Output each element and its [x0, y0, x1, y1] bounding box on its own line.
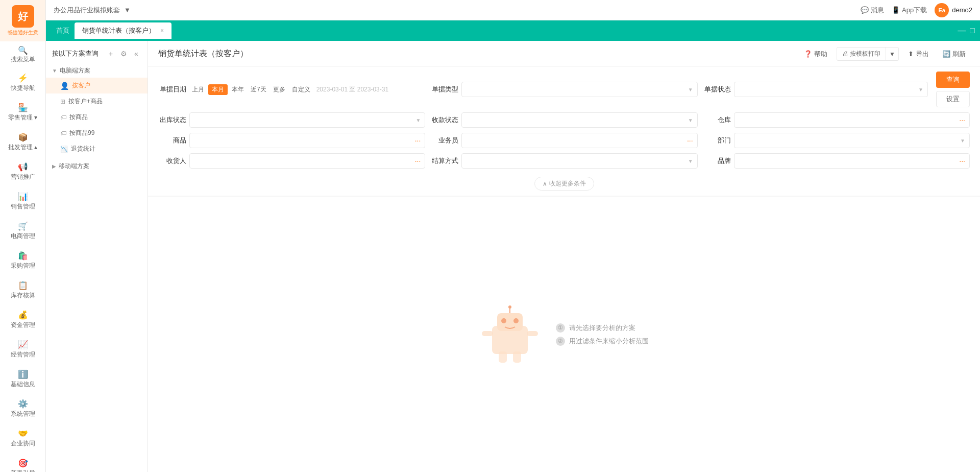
scheme-mobile-group-header[interactable]: ▶ 移动端方案 — [46, 159, 148, 173]
shortcut-this-month[interactable]: 本月 — [208, 84, 228, 95]
order-status-label: 单据状态 — [703, 85, 731, 94]
sidebar-item-marketing-label: 营销推广 — [3, 173, 43, 181]
tip-text-2: 用过滤条件来缩小分析范围 — [569, 337, 649, 346]
shortcut-more[interactable]: 更多 — [271, 84, 288, 95]
svg-rect-8 — [499, 351, 507, 363]
sidebar-item-purchase-label: 采购管理 — [3, 262, 43, 270]
sidebar-item-operations[interactable]: 📈 经营管理 — [0, 335, 45, 364]
tip-num-1: ① — [556, 323, 565, 333]
app-download-button[interactable]: 📱 App下载 — [892, 6, 927, 15]
scheme-add-button[interactable]: + — [106, 49, 116, 59]
scheme-settings-button[interactable]: ⚙ — [118, 49, 129, 59]
tab-home[interactable]: 首页 — [51, 26, 75, 35]
sidebar-item-sales-label: 销售管理 — [3, 202, 43, 211]
scheme-item-return[interactable]: 📉 退货统计 — [46, 141, 148, 157]
refresh-button[interactable]: 🔄 刷新 — [938, 48, 970, 61]
sidebar-item-sales[interactable]: 📊 销售管理 — [0, 186, 45, 216]
order-status-select[interactable]: ▼ — [734, 82, 928, 97]
empty-tip-1: ① 请先选择要分析的方案 — [556, 323, 649, 333]
dept-select[interactable]: ▼ — [734, 133, 970, 148]
scheme-collapse-button[interactable]: « — [131, 49, 141, 59]
shortcut-7days[interactable]: 近7天 — [248, 84, 269, 95]
sidebar-search[interactable]: 🔍 搜索菜单 — [0, 41, 45, 68]
print-button[interactable]: 🖨 按模板打印 — [837, 48, 886, 60]
scheme-desktop-group-header[interactable]: ▼ 电脑端方案 — [46, 64, 148, 78]
filter-goods-cell: 商品 ··· — [158, 133, 425, 148]
scheme-item-return-label: 退货统计 — [71, 145, 95, 153]
goods99-icon: 🏷 — [60, 130, 66, 137]
date-shortcuts-group: 上月 本月 本年 近7天 更多 自定义 2023-03-01 至 2023-03… — [189, 84, 388, 95]
sidebar-item-inventory-label: 库存核算 — [3, 291, 43, 300]
sidebar-item-marketing[interactable]: 📢 营销推广 — [0, 157, 45, 186]
svg-rect-9 — [513, 351, 521, 363]
filter-row-2: 出库状态 ▼ 收款状态 ▼ 仓库 — [158, 112, 970, 128]
order-type-label: 单据类型 — [430, 85, 458, 94]
query-button[interactable]: 查询 — [936, 72, 970, 88]
settlement-chevron: ▼ — [688, 158, 693, 164]
sidebar-item-finance[interactable]: 💰 资金管理 — [0, 305, 45, 335]
scheme-mobile-label: 移动端方案 — [59, 162, 89, 171]
sidebar-item-base[interactable]: ℹ️ 基础信息 — [0, 364, 45, 394]
filter-order-status-cell: 单据状态 ▼ 查询 设置 — [703, 72, 970, 107]
tab-close-icon[interactable]: × — [160, 27, 164, 34]
tab-active[interactable]: 销货单统计表（按客户） × — [75, 22, 172, 39]
sidebar-quick-nav[interactable]: ⚡ 快捷导航 — [0, 68, 45, 98]
export-button[interactable]: ⬆ 导出 — [904, 48, 933, 61]
shortcut-custom[interactable]: 自定义 — [289, 84, 313, 95]
brand-select[interactable]: ··· — [734, 153, 970, 169]
goods-label: 商品 — [158, 136, 186, 145]
sidebar-item-system[interactable]: ⚙️ 系统管理 — [0, 394, 45, 423]
filter-brand-cell: 品牌 ··· — [703, 153, 970, 169]
scheme-item-customer-goods-label: 按客户+商品 — [68, 97, 103, 106]
message-button[interactable]: 💬 消息 — [861, 6, 884, 15]
goods-select[interactable]: ··· — [189, 133, 425, 148]
tab-maximize-icon[interactable]: □ — [970, 26, 975, 35]
warehouse-select[interactable]: ··· — [734, 112, 970, 128]
shortcut-last-month[interactable]: 上月 — [189, 84, 207, 95]
print-dropdown-button[interactable]: ▼ — [886, 49, 898, 60]
sidebar-item-retail[interactable]: 🏪 零售管理 ▾ — [0, 98, 45, 127]
user-area[interactable]: Ea demo2 — [935, 3, 972, 17]
filter-dept-cell: 部门 ▼ — [703, 133, 970, 148]
header-left: 办公用品行业模拟账套 ▼ — [54, 6, 131, 15]
salesman-select[interactable]: ··· — [461, 133, 697, 148]
order-type-select[interactable]: ▼ — [461, 82, 697, 97]
message-icon: 💬 — [861, 6, 869, 14]
filter-row-1: 单据日期 上月 本月 本年 近7天 更多 自定义 2023-03-01 至 20… — [158, 72, 970, 107]
avatar: Ea — [935, 3, 949, 17]
scheme-item-goods99[interactable]: 🏷 按商品99 — [46, 125, 148, 141]
receiver-dots: ··· — [415, 157, 421, 165]
scheme-item-goods[interactable]: 🏷 按商品 — [46, 109, 148, 125]
sidebar-item-inventory[interactable]: 📋 库存核算 — [0, 275, 45, 305]
scheme-item-customer-goods[interactable]: ⊞ 按客户+商品 — [46, 93, 148, 109]
sidebar-item-ecommerce[interactable]: 🛒 电商管理 — [0, 216, 45, 246]
svg-rect-6 — [482, 331, 493, 336]
export-label: 导出 — [916, 50, 929, 59]
help-button[interactable]: ❓ 帮助 — [800, 48, 831, 61]
breadcrumb-dropdown-icon[interactable]: ▼ — [124, 6, 131, 14]
dept-chevron: ▼ — [960, 138, 965, 144]
collapse-button[interactable]: ∧ 收起更多条件 — [534, 177, 594, 191]
page-title-bar: 销货单统计表（按客户） ❓ 帮助 🖨 按模板打印 ▼ — [148, 41, 980, 66]
scheme-item-customer[interactable]: 👤 按客户 — [46, 78, 148, 93]
page-content: 按以下方案查询 + ⚙ « ▼ 电脑端方案 👤 按客户 ⊞ — [46, 41, 980, 472]
settings-button[interactable]: 设置 — [936, 91, 970, 107]
shortcut-this-year[interactable]: 本年 — [229, 84, 247, 95]
settlement-select[interactable]: ▼ — [461, 153, 697, 169]
out-status-label: 出库状态 — [158, 115, 186, 125]
sidebar-item-wholesale[interactable]: 📦 批发管理 ▴ — [0, 127, 45, 157]
scheme-mobile-triangle: ▶ — [52, 163, 56, 169]
sidebar-item-purchase[interactable]: 🛍️ 采购管理 — [0, 246, 45, 275]
tab-minimize-icon[interactable]: — — [958, 26, 966, 35]
refresh-icon: 🔄 — [942, 50, 950, 58]
sidebar-item-corp[interactable]: 🤝 企业协同 — [0, 423, 45, 453]
goods-icon: 🏷 — [60, 114, 66, 121]
out-status-select[interactable]: ▼ — [189, 112, 425, 128]
help-icon: ❓ — [804, 50, 812, 58]
salesman-label: 业务员 — [430, 136, 458, 145]
return-icon: 📉 — [60, 146, 68, 153]
filter-settlement-cell: 结算方式 ▼ — [430, 153, 697, 169]
receiver-select[interactable]: ··· — [189, 153, 425, 169]
sidebar-item-guide[interactable]: 🎯 新手引导 — [0, 453, 45, 472]
receipt-status-select[interactable]: ▼ — [461, 112, 697, 128]
